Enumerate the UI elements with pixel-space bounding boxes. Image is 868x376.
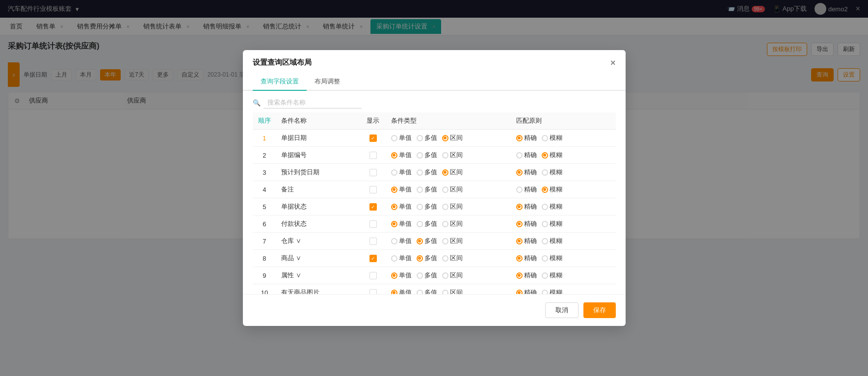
- radio-circle-icon: [417, 204, 423, 210]
- cell-type: 单值多值区间: [386, 181, 511, 198]
- radio-match-match_fuzzy[interactable]: 模糊: [542, 168, 562, 177]
- cell-match: 精确模糊: [511, 181, 616, 198]
- radio-type-type_multi[interactable]: 多值: [417, 219, 437, 228]
- table-row: 6付款状态单值多值区间精确模糊: [253, 215, 616, 233]
- show-checkbox[interactable]: ✓: [369, 203, 377, 211]
- radio-type-type_single[interactable]: 单值: [391, 237, 412, 245]
- radio-circle-icon: [391, 204, 397, 210]
- table-row: 3预计到货日期单值多值区间精确模糊: [253, 164, 616, 181]
- cell-type: 单值多值区间: [386, 147, 511, 164]
- radio-circle-icon: [417, 187, 423, 193]
- search-input[interactable]: [263, 97, 362, 108]
- radio-match-match_fuzzy[interactable]: 模糊: [542, 185, 562, 194]
- modal-close-btn[interactable]: ×: [610, 58, 616, 67]
- radio-circle-icon: [391, 169, 397, 176]
- radio-match-match_exact[interactable]: 精确: [516, 151, 537, 160]
- radio-type-type_multi[interactable]: 多值: [417, 168, 437, 177]
- cell-order: 6: [253, 215, 277, 233]
- table-row: 2单据编号单值多值区间精确模糊: [253, 147, 616, 164]
- th-order: 顺序: [253, 112, 277, 130]
- show-checkbox[interactable]: ✓: [369, 134, 377, 142]
- modal-tab-layout[interactable]: 布局调整: [307, 73, 348, 91]
- cell-show[interactable]: [360, 164, 386, 181]
- radio-type-type_range[interactable]: 区间: [442, 237, 463, 245]
- radio-type-type_range[interactable]: 区间: [442, 185, 463, 194]
- cell-type: 单值多值区间: [386, 198, 511, 215]
- radio-type-type_range[interactable]: 区间: [442, 219, 463, 228]
- cell-match: 精确模糊: [511, 198, 616, 215]
- cell-name: 仓库 ∨: [276, 233, 360, 245]
- cell-show[interactable]: [360, 233, 386, 245]
- radio-circle-icon: [516, 221, 523, 227]
- radio-type-type_single[interactable]: 单值: [391, 168, 412, 177]
- radio-circle-icon: [417, 169, 423, 176]
- radio-circle-icon: [442, 238, 448, 244]
- cell-show[interactable]: ✓: [360, 198, 386, 215]
- modal-search-area: 🔍: [243, 91, 626, 112]
- cell-order: 4: [253, 181, 277, 198]
- radio-type-type_range[interactable]: 区间: [442, 134, 463, 142]
- radio-circle-icon: [542, 169, 548, 176]
- radio-match-match_exact[interactable]: 精确: [516, 168, 537, 177]
- th-match: 匹配原则: [511, 112, 616, 130]
- radio-circle-icon: [542, 135, 548, 141]
- radio-type-type_multi[interactable]: 多值: [417, 134, 437, 142]
- radio-match-match_fuzzy[interactable]: 模糊: [542, 219, 562, 228]
- radio-type-type_multi[interactable]: 多值: [417, 185, 437, 194]
- cell-name: 单据状态: [276, 198, 360, 215]
- radio-type-type_single[interactable]: 单值: [391, 202, 412, 211]
- th-type: 条件类型: [386, 112, 511, 130]
- radio-circle-icon: [542, 238, 548, 244]
- radio-type-type_multi[interactable]: 多值: [417, 151, 437, 160]
- radio-circle-icon: [442, 204, 448, 210]
- modal-table-area: 顺序 条件名称 显示 条件类型 匹配原则 1单据日期✓单值多值区间精确模糊2单据…: [243, 112, 626, 245]
- radio-type-type_range[interactable]: 区间: [442, 151, 463, 160]
- radio-match-match_fuzzy[interactable]: 模糊: [542, 151, 562, 160]
- show-checkbox[interactable]: [369, 152, 377, 159]
- radio-circle-icon: [442, 221, 448, 227]
- radio-match-match_fuzzy[interactable]: 模糊: [542, 134, 562, 142]
- radio-type-type_single[interactable]: 单值: [391, 151, 412, 160]
- cell-type: 单值多值区间: [386, 164, 511, 181]
- radio-match-match_exact[interactable]: 精确: [516, 202, 537, 211]
- show-checkbox[interactable]: [369, 169, 377, 176]
- table-header: 顺序 条件名称 显示 条件类型 匹配原则: [253, 112, 616, 130]
- cell-show[interactable]: [360, 215, 386, 233]
- show-checkbox[interactable]: [369, 186, 377, 193]
- th-show: 显示: [360, 112, 386, 130]
- radio-circle-icon: [442, 187, 448, 193]
- radio-circle-icon: [516, 152, 523, 159]
- radio-type-type_single[interactable]: 单值: [391, 185, 412, 194]
- radio-circle-icon: [391, 238, 397, 244]
- cell-show[interactable]: [360, 181, 386, 198]
- modal-tab-query[interactable]: 查询字段设置: [253, 73, 307, 91]
- radio-match-match_fuzzy[interactable]: 模糊: [542, 202, 562, 211]
- radio-type-type_single[interactable]: 单值: [391, 219, 412, 228]
- show-checkbox[interactable]: [369, 220, 377, 228]
- radio-type-type_single[interactable]: 单值: [391, 134, 412, 142]
- radio-circle-icon: [516, 187, 523, 193]
- radio-circle-icon: [516, 135, 523, 141]
- radio-type-type_range[interactable]: 区间: [442, 168, 463, 177]
- radio-match-match_exact[interactable]: 精确: [516, 134, 537, 142]
- radio-circle-icon: [417, 152, 423, 159]
- cell-type: 单值多值区间: [386, 215, 511, 233]
- radio-circle-icon: [542, 204, 548, 210]
- table-row: 4备注单值多值区间精确模糊: [253, 181, 616, 198]
- show-checkbox[interactable]: [369, 238, 377, 245]
- modal-tabs: 查询字段设置 布局调整: [243, 67, 626, 91]
- radio-type-type_multi[interactable]: 多值: [417, 237, 437, 245]
- table-row: 1单据日期✓单值多值区间精确模糊: [253, 130, 616, 147]
- radio-type-type_range[interactable]: 区间: [442, 202, 463, 211]
- radio-match-match_exact[interactable]: 精确: [516, 237, 537, 245]
- radio-match-match_fuzzy[interactable]: 模糊: [542, 237, 562, 245]
- radio-match-match_exact[interactable]: 精确: [516, 185, 537, 194]
- radio-type-type_multi[interactable]: 多值: [417, 202, 437, 211]
- cell-show[interactable]: [360, 147, 386, 164]
- cell-match: 精确模糊: [511, 130, 616, 147]
- cell-show[interactable]: ✓: [360, 130, 386, 147]
- radio-match-match_exact[interactable]: 精确: [516, 219, 537, 228]
- modal-header: 设置查询区域布局 ×: [243, 50, 626, 67]
- cell-match: 精确模糊: [511, 164, 616, 181]
- radio-circle-icon: [391, 135, 397, 141]
